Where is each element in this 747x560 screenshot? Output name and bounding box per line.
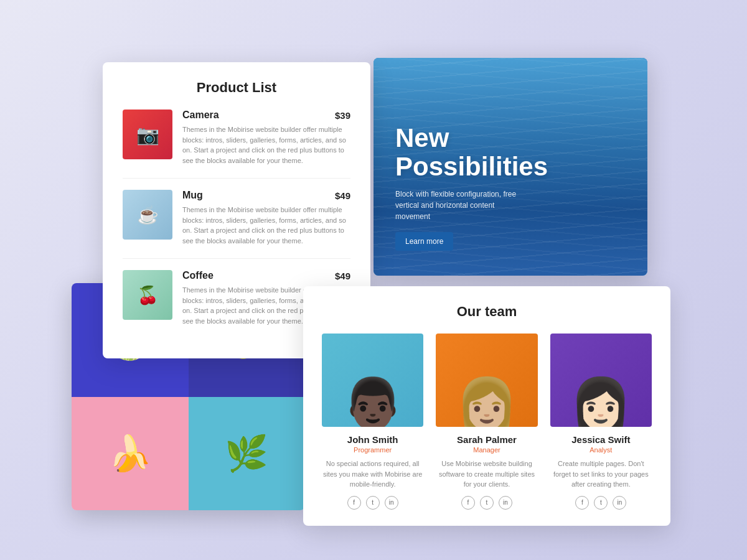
jessica-facebook-icon[interactable]: f (575, 496, 589, 510)
team-member-john: John Smith Programmer No special actions… (322, 334, 423, 510)
team-card: Our team John Smith Programmer No specia… (303, 286, 670, 526)
team-desc-jessica: Create multiple pages. Don't forget to s… (550, 459, 652, 490)
product-info-camera: Camera $39 Themes in the Mobirise websit… (182, 110, 350, 166)
hero-card: New Possibilities Block with flexible co… (374, 58, 647, 276)
team-member-jessica: Jessica Swift Analyst Create multiple pa… (550, 334, 652, 510)
hero-title: New Possibilities (395, 124, 548, 181)
team-members-grid: John Smith Programmer No special actions… (322, 334, 652, 510)
team-member-sarah: Sarah Palmer Manager Use Mobirise websit… (436, 334, 537, 510)
john-instagram-icon[interactable]: in (385, 496, 398, 510)
team-socials-sarah: f t in (436, 496, 537, 510)
jessica-instagram-icon[interactable]: in (613, 496, 626, 510)
team-title: Our team (322, 304, 652, 320)
team-name-sarah: Sarah Palmer (436, 434, 537, 445)
product-thumb-coffee (123, 270, 172, 320)
team-photo-john (322, 334, 423, 427)
team-role-jessica: Analyst (550, 446, 652, 454)
photo-cell-banana (72, 397, 189, 511)
hero-title-line1: New (395, 123, 449, 152)
john-twitter-icon[interactable]: t (366, 496, 380, 510)
hero-subtitle: Block with flexible configuration, free … (395, 189, 520, 222)
hero-ocean-bg: New Possibilities Block with flexible co… (374, 58, 647, 276)
product-desc-mug: Themes in the Mobirise website builder o… (182, 205, 350, 246)
product-price-camera: $39 (335, 110, 350, 121)
product-name-mug: Mug (182, 190, 203, 201)
product-item-camera: Camera $39 Themes in the Mobirise websit… (123, 110, 350, 166)
team-socials-john: f t in (322, 496, 423, 510)
photo-cell-leaf (189, 397, 306, 511)
product-thumb-camera (123, 110, 172, 159)
john-facebook-icon[interactable]: f (347, 496, 361, 510)
team-role-sarah: Manager (436, 446, 537, 454)
sarah-facebook-icon[interactable]: f (461, 496, 475, 510)
team-photo-jessica (550, 334, 652, 427)
product-divider-2 (123, 258, 350, 259)
product-price-mug: $49 (335, 190, 350, 201)
product-name-coffee: Coffee (182, 270, 214, 281)
team-photo-sarah (436, 334, 537, 427)
product-divider-1 (123, 178, 350, 179)
sarah-instagram-icon[interactable]: in (499, 496, 512, 510)
product-thumb-mug (123, 190, 172, 240)
hero-learn-more-button[interactable]: Learn more (395, 232, 453, 251)
product-name-row-coffee: Coffee $49 (182, 270, 350, 281)
product-desc-camera: Themes in the Mobirise website builder o… (182, 124, 350, 166)
team-socials-jessica: f t in (550, 496, 652, 510)
team-name-john: John Smith (322, 434, 423, 445)
jessica-twitter-icon[interactable]: t (594, 496, 608, 510)
product-name-row-camera: Camera $39 (182, 110, 350, 121)
product-list-title: Product List (123, 80, 350, 96)
product-name-row-mug: Mug $49 (182, 190, 350, 201)
team-role-john: Programmer (322, 446, 423, 454)
hero-title-line2: Possibilities (395, 152, 548, 181)
team-desc-sarah: Use Mobirise website building software t… (436, 459, 537, 490)
product-item-mug: Mug $49 Themes in the Mobirise website b… (123, 190, 350, 246)
product-price-coffee: $49 (335, 271, 350, 281)
hero-content: New Possibilities Block with flexible co… (395, 124, 548, 251)
sarah-twitter-icon[interactable]: t (480, 496, 494, 510)
product-name-camera: Camera (182, 110, 219, 121)
team-desc-john: No special actions required, all sites y… (322, 459, 423, 490)
product-info-mug: Mug $49 Themes in the Mobirise website b… (182, 190, 350, 246)
team-name-jessica: Jessica Swift (550, 434, 652, 445)
